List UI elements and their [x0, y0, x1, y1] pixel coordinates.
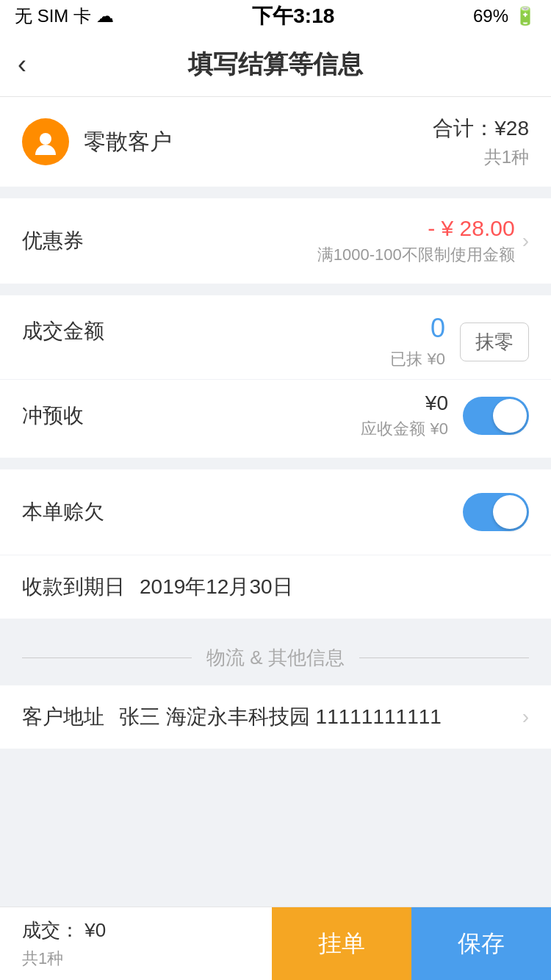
debt-label: 本单赊欠 [22, 498, 104, 526]
prepayment-amount: ¥0 [361, 392, 448, 415]
customer-left: 零散客户 [22, 118, 172, 165]
signal-text: 无 SIM 卡 ☁ [15, 4, 114, 28]
address-card: 客户地址 张三 海淀永丰科技园 11111111111 › [0, 685, 551, 749]
prepayment-sub: 应收金额 ¥0 [361, 418, 448, 440]
transaction-card: 成交金额 0 已抹 ¥0 抹零 冲预收 ¥0 应收金额 ¥0 [0, 295, 551, 458]
main-content: 零散客户 合计：¥28 共1种 优惠券 - ¥ 28.00 满1000-100不… [0, 97, 551, 849]
amount-sub: 已抹 ¥0 [390, 348, 445, 370]
bottom-bar: 成交： ¥0 共1种 挂单 保存 [0, 907, 551, 980]
save-button[interactable]: 保存 [411, 907, 551, 980]
prepayment-info: ¥0 应收金额 ¥0 [361, 392, 448, 440]
debt-card: 本单赊欠 收款到期日 2019年12月30日 [0, 469, 551, 619]
bottom-info: 成交： ¥0 共1种 [0, 907, 272, 980]
battery-text: 69% [473, 6, 508, 26]
due-date-label: 收款到期日 [22, 573, 125, 601]
coupon-info: - ¥ 28.00 满1000-100不限制使用金额 [317, 216, 515, 266]
debt-row: 本单赊欠 [0, 469, 551, 555]
logistics-label: 物流 & 其他信息 [192, 645, 359, 671]
logistics-divider: 物流 & 其他信息 [0, 630, 551, 685]
round-off-button[interactable]: 抹零 [460, 323, 529, 361]
battery-icon: 🔋 [514, 6, 536, 26]
customer-total: 合计：¥28 共1种 [433, 115, 529, 169]
nav-bar: ‹ 填写结算等信息 [0, 32, 551, 97]
hang-order-button[interactable]: 挂单 [272, 907, 411, 980]
address-value: 张三 海淀永丰科技园 11111111111 [119, 703, 522, 731]
coupon-desc: 满1000-100不限制使用金额 [317, 244, 515, 266]
customer-row: 零散客户 合计：¥28 共1种 [0, 97, 551, 187]
back-button[interactable]: ‹ [18, 49, 26, 80]
amount-label: 成交金额 [22, 313, 104, 345]
address-row[interactable]: 客户地址 张三 海淀永丰科技园 11111111111 › [0, 685, 551, 749]
avatar-icon [32, 129, 59, 155]
status-time: 下午3:18 [252, 2, 334, 30]
nav-title: 填写结算等信息 [188, 48, 363, 82]
coupon-label: 优惠券 [22, 227, 84, 255]
bottom-deal-amount: 成交： ¥0 [22, 918, 250, 943]
amount-value-wrap: 0 已抹 ¥0 [390, 313, 445, 370]
amount-row: 成交金额 0 已抹 ¥0 抹零 [0, 295, 551, 379]
due-date-value[interactable]: 2019年12月30日 [140, 573, 293, 601]
status-left: 无 SIM 卡 ☁ [15, 4, 114, 28]
total-amount: 合计：¥28 [433, 115, 529, 143]
svg-point-0 [40, 133, 51, 145]
address-chevron-icon: › [522, 705, 529, 729]
status-bar: 无 SIM 卡 ☁ 下午3:18 69% 🔋 [0, 0, 551, 32]
coupon-row[interactable]: 优惠券 - ¥ 28.00 满1000-100不限制使用金额 › [0, 198, 551, 284]
prepayment-label: 冲预收 [22, 402, 84, 430]
bottom-deal-count: 共1种 [22, 948, 250, 970]
prepayment-row: 冲预收 ¥0 应收金额 ¥0 [0, 379, 551, 458]
amount-right: 0 已抹 ¥0 抹零 [390, 313, 529, 370]
address-label: 客户地址 [22, 703, 104, 731]
prepayment-toggle[interactable] [463, 397, 529, 435]
total-count: 共1种 [433, 145, 529, 169]
toggle-knob [493, 399, 527, 433]
debt-toggle[interactable] [463, 493, 529, 531]
debt-toggle-knob [493, 495, 527, 529]
coupon-card: 优惠券 - ¥ 28.00 满1000-100不限制使用金额 › [0, 198, 551, 284]
logistics-line-right [359, 657, 529, 658]
amount-value[interactable]: 0 [390, 313, 445, 344]
coupon-right: - ¥ 28.00 满1000-100不限制使用金额 › [317, 216, 529, 266]
customer-avatar [22, 118, 69, 165]
customer-card: 零散客户 合计：¥28 共1种 [0, 97, 551, 187]
customer-name: 零散客户 [84, 127, 172, 157]
coupon-chevron-icon: › [522, 229, 529, 253]
logistics-line-left [22, 657, 192, 658]
coupon-discount: - ¥ 28.00 [317, 216, 515, 241]
prepayment-right: ¥0 应收金额 ¥0 [361, 392, 529, 440]
status-right: 69% 🔋 [473, 6, 536, 26]
due-date-row: 收款到期日 2019年12月30日 [0, 555, 551, 619]
